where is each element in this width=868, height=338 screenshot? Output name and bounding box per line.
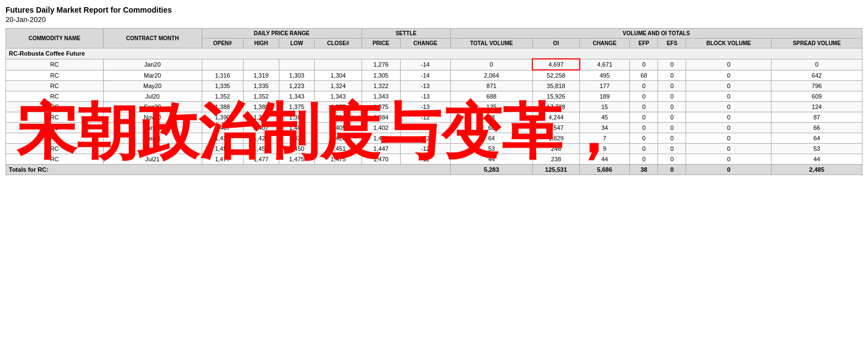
table-row: RCMar211,4291,4291,4261,4281,424-12641,8… [6,133,862,144]
spread-volume-header: SPREAD VOLUME [772,39,862,48]
open-header: OPEN# [202,39,243,48]
report-date: 20-Jan-2020 [6,15,862,24]
section-header-row: RC-Robusta Coffee Future [6,48,862,59]
efp-header: EFP [630,39,658,48]
low-header: LOW [279,39,315,48]
volume-oi-header: VOLUME AND OI TOTALS [450,29,862,39]
market-report-table: COMMODITY NAME CONTRACT MONTH DAILY PRIC… [6,28,862,175]
report-title: Futures Daily Market Report for Commodit… [6,6,862,14]
daily-price-range-header: DAILY PRICE RANGE [202,29,362,39]
oi-header: OI [532,39,579,48]
efs-header: EFS [658,39,686,48]
contract-month-header: CONTRACT MONTH [103,29,202,48]
block-volume-header: BLOCK VOLUME [686,39,772,48]
high-header: HIGH [243,39,279,48]
totals-row: Totals for RC:5,283125,5315,68638002,485 [6,165,862,175]
table-row: RCJan211,4071,4071,4041,4051,402-12661,5… [6,123,862,133]
table-row: RCMay211,4531,4531,4501,4511,447-1253246… [6,144,862,154]
section-title: RC-Robusta Coffee Future [6,48,862,59]
table-row: RCJul201,3521,3521,3431,3431,343-1368815… [6,91,862,102]
header-row-1: COMMODITY NAME CONTRACT MONTH DAILY PRIC… [6,29,862,39]
table-row: RCNov201,3901,3901,3841,3841,384-12884,2… [6,112,862,123]
total-volume-header: TOTAL VOLUME [450,39,532,48]
table-row: RCJul211,4771,4771,4751,4751,470-1244238… [6,154,862,165]
table-row: RCMay201,3351,3351,2231,3241,322-1387135… [6,81,862,91]
commodity-name-header: COMMODITY NAME [6,29,104,48]
price-header: PRICE [362,39,400,48]
table-row: RCJan201,276-1404,6974,6710000 [6,59,862,70]
settle-header: SETTLE [362,29,450,39]
table-row: RCMar201,3161,3191,3031,3041,305-142,064… [6,70,862,81]
table-row: RCSep201,3881,3881,3751,3751,375-1312517… [6,102,862,112]
close-header: CLOSE# [315,39,362,48]
oi-change-header: CHANGE [580,39,630,48]
settle-change-header: CHANGE [400,39,450,48]
